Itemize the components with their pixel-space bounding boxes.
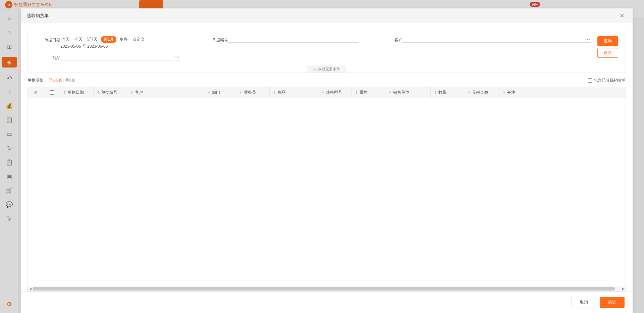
date-opt-more[interactable]: 更多: [118, 36, 129, 43]
col-unit[interactable]: ▲▼销售单位: [385, 87, 431, 98]
count-separator: |: [63, 78, 64, 83]
collapse-button[interactable]: ︽ 收起更多条件: [307, 65, 346, 73]
modal-title: 选取销货单: [27, 13, 49, 19]
col-date[interactable]: ▲▼单据日期: [60, 87, 94, 98]
product-input[interactable]: [60, 54, 174, 60]
date-opt-yesterday[interactable]: 昨天: [60, 36, 71, 43]
col-amt[interactable]: ▲▼无税金额: [464, 87, 499, 98]
col-remark[interactable]: ▲▼备注: [499, 87, 626, 98]
col-spec[interactable]: ▲▼规格型号: [318, 87, 352, 98]
cancel-button[interactable]: 取消: [572, 297, 596, 308]
col-qty[interactable]: ▲▼数量: [431, 87, 464, 98]
customer-input[interactable]: [402, 36, 584, 42]
tab-detail[interactable]: 单据明细: [28, 78, 44, 83]
collapse-label: 收起更多条件: [318, 67, 340, 71]
customer-more-icon[interactable]: ⋯: [584, 37, 591, 42]
table-header: ⚙ ▲▼单据日期 ▲▼单据编号 ▲▼客户 ▲▼部门 ▲▼业务员 ▲▼商品 ▲▼规…: [28, 87, 626, 98]
col-attr[interactable]: ▲▼属性: [352, 87, 385, 98]
filter-box: 单据日期 昨天 今天 近7天 近1月 更多 自定义 2023-05-06 至: [28, 30, 626, 73]
date-opt-7d[interactable]: 近7天: [86, 36, 99, 43]
include-sorted-checkbox[interactable]: 包含已分拣销货单: [588, 78, 626, 83]
scroll-thumb[interactable]: [33, 287, 615, 290]
table-body: ◀ ▶: [28, 98, 626, 292]
product-more-icon[interactable]: ⋯: [174, 54, 181, 60]
close-icon[interactable]: ✕: [618, 11, 627, 20]
total-count: 共0条: [65, 78, 75, 83]
date-sep: 至: [82, 44, 86, 49]
query-button[interactable]: 查询: [597, 36, 618, 46]
col-customer[interactable]: ▲▼客户: [127, 87, 204, 98]
scroll-right-icon[interactable]: ▶: [621, 286, 626, 291]
selected-count: 已选0条: [48, 78, 63, 83]
chevron-up-icon: ︽: [313, 67, 318, 71]
date-to: 2023-06-06: [87, 44, 108, 49]
date-range: 2023-05-06 至 2023-06-06: [60, 44, 146, 49]
modal-body: 单据日期 昨天 今天 近7天 近1月 更多 自定义 2023-05-06 至: [21, 23, 633, 292]
col-product[interactable]: ▲▼商品: [270, 87, 318, 98]
modal-footer: 取消 确定: [21, 292, 633, 313]
include-sorted-input[interactable]: [588, 78, 592, 83]
product-label: 商品: [35, 54, 60, 61]
modal-header: 选取销货单 ✕: [21, 8, 633, 23]
date-opt-1m[interactable]: 近1月: [101, 36, 117, 43]
date-opt-today[interactable]: 今天: [73, 36, 84, 43]
horizontal-scrollbar[interactable]: ◀ ▶: [28, 286, 626, 291]
settings-button[interactable]: 设置: [597, 48, 618, 58]
col-select-all[interactable]: [44, 87, 60, 98]
docno-label: 单据编号: [203, 36, 228, 43]
col-docno[interactable]: ▲▼单据编号: [94, 87, 127, 98]
date-quick-options: 昨天 今天 近7天 近1月 更多 自定义: [60, 36, 146, 43]
docno-input[interactable]: [228, 36, 359, 42]
modal-dialog: 选取销货单 ✕ 单据日期 昨天 今天 近7天 近1月 更多 自定义: [21, 8, 633, 313]
confirm-button[interactable]: 确定: [600, 297, 625, 308]
scroll-left-icon[interactable]: ◀: [28, 286, 33, 291]
date-opt-custom[interactable]: 自定义: [131, 36, 146, 43]
include-sorted-label: 包含已分拣销货单: [594, 78, 626, 83]
customer-label: 客户: [377, 36, 402, 43]
filter-actions: 查询 设置: [597, 36, 618, 58]
col-settings[interactable]: ⚙: [28, 87, 44, 98]
date-from: 2023-05-06: [60, 44, 81, 49]
table-header-row: 单据明细 已选0条 | 共0条 包含已分拣销货单: [21, 73, 633, 87]
col-sales[interactable]: ▲▼业务员: [236, 87, 270, 98]
date-label: 单据日期: [35, 36, 60, 43]
col-dept[interactable]: ▲▼部门: [204, 87, 236, 98]
